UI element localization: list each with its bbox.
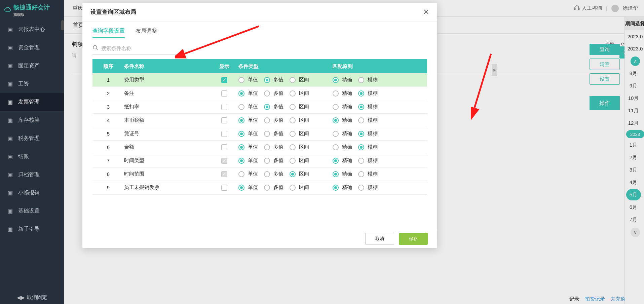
radio-match-fuzzy[interactable]: 模糊 xyxy=(358,184,378,191)
search-input[interactable] xyxy=(101,45,177,51)
radio-type-single[interactable]: 单值 xyxy=(238,117,258,123)
show-checkbox[interactable] xyxy=(221,158,227,164)
modal-search[interactable] xyxy=(92,42,177,54)
radio-type-single[interactable]: 单值 xyxy=(238,130,258,137)
radio-dot xyxy=(290,90,296,97)
radio-label: 模糊 xyxy=(368,77,378,83)
radio-dot xyxy=(358,144,364,150)
radio-label: 区间 xyxy=(299,171,309,177)
radio-match-fuzzy[interactable]: 模糊 xyxy=(358,117,378,123)
radio-type-range[interactable]: 区间 xyxy=(290,117,309,123)
radio-dot xyxy=(238,185,244,191)
radio-type-single[interactable]: 单值 xyxy=(238,171,258,177)
cell-order: 1 xyxy=(92,73,119,86)
show-checkbox[interactable] xyxy=(221,90,227,97)
radio-type-multi[interactable]: 多值 xyxy=(264,117,283,123)
radio-type-range[interactable]: 区间 xyxy=(290,104,309,110)
show-checkbox[interactable] xyxy=(221,117,227,123)
radio-type-range[interactable]: 区间 xyxy=(290,144,309,150)
th-type: 条件类型 xyxy=(234,59,328,73)
cell-name: 本币税额 xyxy=(119,114,210,127)
cell-match: 精确 模糊 xyxy=(328,100,427,113)
radio-label: 模糊 xyxy=(368,117,378,123)
th-match: 匹配原则 xyxy=(328,59,427,73)
radio-type-range[interactable]: 区间 xyxy=(290,90,309,97)
radio-type-range[interactable]: 区间 xyxy=(290,130,309,137)
radio-type-range[interactable]: 区间 xyxy=(290,157,309,164)
cell-match: 精确 模糊 xyxy=(328,167,427,181)
radio-match-fuzzy[interactable]: 模糊 xyxy=(358,144,378,150)
radio-type-single[interactable]: 单值 xyxy=(238,104,258,110)
radio-dot xyxy=(238,117,244,123)
radio-type-single[interactable]: 单值 xyxy=(238,77,258,83)
radio-type-range[interactable]: 区间 xyxy=(290,77,309,83)
radio-dot xyxy=(290,77,296,83)
radio-type-multi[interactable]: 多值 xyxy=(264,144,283,150)
radio-type-multi[interactable]: 多值 xyxy=(264,104,283,110)
search-icon xyxy=(92,45,99,52)
radio-match-exact[interactable]: 精确 xyxy=(333,171,352,177)
radio-match-exact[interactable]: 精确 xyxy=(333,104,352,110)
show-checkbox[interactable] xyxy=(221,77,227,83)
modal-close-button[interactable]: ✕ xyxy=(423,8,429,16)
show-checkbox[interactable] xyxy=(221,144,227,150)
radio-type-multi[interactable]: 多值 xyxy=(264,171,283,177)
radio-label: 模糊 xyxy=(368,130,378,137)
radio-match-exact[interactable]: 精确 xyxy=(333,184,352,191)
radio-dot xyxy=(358,77,364,83)
radio-match-fuzzy[interactable]: 模糊 xyxy=(358,157,378,164)
radio-dot xyxy=(238,158,244,164)
radio-label: 区间 xyxy=(299,184,309,191)
cell-show xyxy=(210,127,234,140)
show-checkbox[interactable] xyxy=(221,185,227,191)
radio-type-multi[interactable]: 多值 xyxy=(264,184,283,191)
radio-label: 多值 xyxy=(273,171,283,177)
cell-name: 金额 xyxy=(119,141,210,154)
radio-dot xyxy=(264,185,270,191)
radio-match-fuzzy[interactable]: 模糊 xyxy=(358,90,378,97)
radio-dot xyxy=(264,144,270,150)
cancel-button[interactable]: 取消 xyxy=(365,233,394,245)
show-checkbox[interactable] xyxy=(221,171,227,177)
radio-type-multi[interactable]: 多值 xyxy=(264,77,283,83)
radio-type-range[interactable]: 区间 xyxy=(290,171,309,177)
radio-type-single[interactable]: 单值 xyxy=(238,144,258,150)
settings-table: 顺序 条件名称 显示 条件类型 匹配原则 1 费用类型 单值 多值 区间 xyxy=(92,59,427,195)
cell-order: 5 xyxy=(92,127,119,140)
radio-match-exact[interactable]: 精确 xyxy=(333,144,352,150)
show-checkbox[interactable] xyxy=(221,104,227,110)
radio-match-fuzzy[interactable]: 模糊 xyxy=(358,171,378,177)
radio-type-multi[interactable]: 多值 xyxy=(264,157,283,164)
radio-match-exact[interactable]: 精确 xyxy=(333,130,352,137)
radio-match-fuzzy[interactable]: 模糊 xyxy=(358,130,378,137)
radio-type-single[interactable]: 单值 xyxy=(238,184,258,191)
radio-label: 区间 xyxy=(299,77,309,83)
show-checkbox[interactable] xyxy=(221,131,227,137)
save-button[interactable]: 保存 xyxy=(399,233,428,245)
radio-type-multi[interactable]: 多值 xyxy=(264,130,283,137)
radio-match-fuzzy[interactable]: 模糊 xyxy=(358,104,378,110)
radio-match-exact[interactable]: 精确 xyxy=(333,90,352,97)
radio-dot xyxy=(290,158,296,164)
cell-show xyxy=(210,73,234,86)
radio-match-exact[interactable]: 精确 xyxy=(333,157,352,164)
radio-dot xyxy=(358,158,364,164)
radio-match-exact[interactable]: 精确 xyxy=(333,77,352,83)
radio-label: 精确 xyxy=(342,157,352,164)
radio-dot xyxy=(264,158,270,164)
radio-type-range[interactable]: 区间 xyxy=(290,184,309,191)
radio-label: 单值 xyxy=(248,157,258,164)
radio-type-multi[interactable]: 多值 xyxy=(264,90,283,97)
tab-layout[interactable]: 布局调整 xyxy=(136,28,157,38)
radio-dot xyxy=(333,171,339,177)
table-row: 2 备注 单值 多值 区间 精确 xyxy=(92,87,427,100)
radio-match-exact[interactable]: 精确 xyxy=(333,117,352,123)
radio-dot xyxy=(238,131,244,137)
radio-type-single[interactable]: 单值 xyxy=(238,157,258,164)
tab-fields[interactable]: 查询字段设置 xyxy=(92,28,125,38)
radio-type-single[interactable]: 单值 xyxy=(238,90,258,97)
radio-match-fuzzy[interactable]: 模糊 xyxy=(358,77,378,83)
radio-label: 模糊 xyxy=(368,90,378,97)
radio-label: 多值 xyxy=(273,117,283,123)
cell-show xyxy=(210,141,234,154)
